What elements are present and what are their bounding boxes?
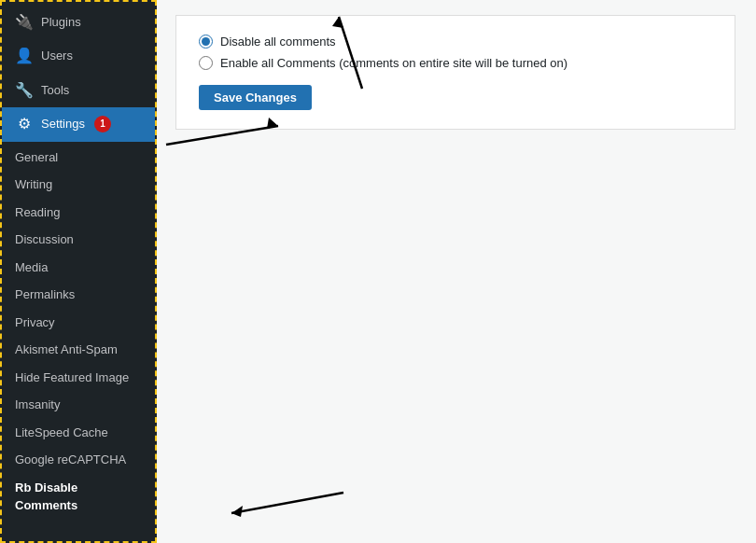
radio-option-enable[interactable]: Enable all Comments (comments on entire … <box>199 56 712 70</box>
submenu-writing[interactable]: Writing <box>2 171 155 199</box>
tools-label: Tools <box>41 82 69 99</box>
settings-submenu: General Writing Reading Discussion Media… <box>2 144 155 520</box>
radio-disable-label: Disable all comments <box>220 35 336 49</box>
settings-label: Settings <box>41 116 85 132</box>
save-changes-button[interactable]: Save Changes <box>199 85 312 110</box>
main-content: Disable all comments Enable all Comments… <box>157 0 756 543</box>
submenu-permalinks[interactable]: Permalinks <box>2 281 155 309</box>
sidebar-top: 🔌 Plugins 👤 Users 🔧 Tools ⚙ Settings 1 <box>2 2 155 144</box>
submenu-akismet[interactable]: Akismet Anti-Spam <box>2 336 155 364</box>
radio-enable[interactable] <box>199 56 213 70</box>
submenu-discussion[interactable]: Discussion <box>2 226 155 254</box>
sidebar-item-users[interactable]: 👤 Users <box>2 39 155 73</box>
settings-badge: 1 <box>94 116 111 132</box>
radio-option-disable[interactable]: Disable all comments <box>199 35 712 49</box>
sidebar-item-settings[interactable]: ⚙ Settings 1 <box>2 107 155 141</box>
sidebar: 🔌 Plugins 👤 Users 🔧 Tools ⚙ Settings 1 G… <box>0 0 157 543</box>
settings-icon: ⚙ <box>15 114 34 134</box>
radio-group: Disable all comments Enable all Comments… <box>199 35 712 70</box>
radio-disable[interactable] <box>199 35 213 49</box>
sidebar-item-plugins[interactable]: 🔌 Plugins <box>2 6 155 39</box>
radio-enable-label: Enable all Comments (comments on entire … <box>220 56 567 70</box>
svg-marker-5 <box>231 506 243 517</box>
users-icon: 👤 <box>15 46 34 66</box>
plugins-label: Plugins <box>41 14 81 31</box>
submenu-rb-disable[interactable]: Rb Disable Comments <box>2 474 155 520</box>
content-area: Disable all comments Enable all Comments… <box>175 15 735 130</box>
submenu-media[interactable]: Media <box>2 254 155 282</box>
submenu-general[interactable]: General <box>2 144 155 172</box>
submenu-privacy[interactable]: Privacy <box>2 309 155 337</box>
submenu-reading[interactable]: Reading <box>2 199 155 227</box>
submenu-recaptcha[interactable]: Google reCAPTCHA <box>2 446 155 474</box>
sidebar-item-tools[interactable]: 🔧 Tools <box>2 74 155 107</box>
plugins-icon: 🔌 <box>15 12 34 33</box>
tools-icon: 🔧 <box>15 80 34 101</box>
users-label: Users <box>41 48 73 64</box>
submenu-litespeed[interactable]: LiteSpeed Cache <box>2 419 155 447</box>
submenu-hide-featured[interactable]: Hide Featured Image <box>2 364 155 392</box>
svg-line-4 <box>231 493 343 513</box>
submenu-imsanity[interactable]: Imsanity <box>2 391 155 419</box>
